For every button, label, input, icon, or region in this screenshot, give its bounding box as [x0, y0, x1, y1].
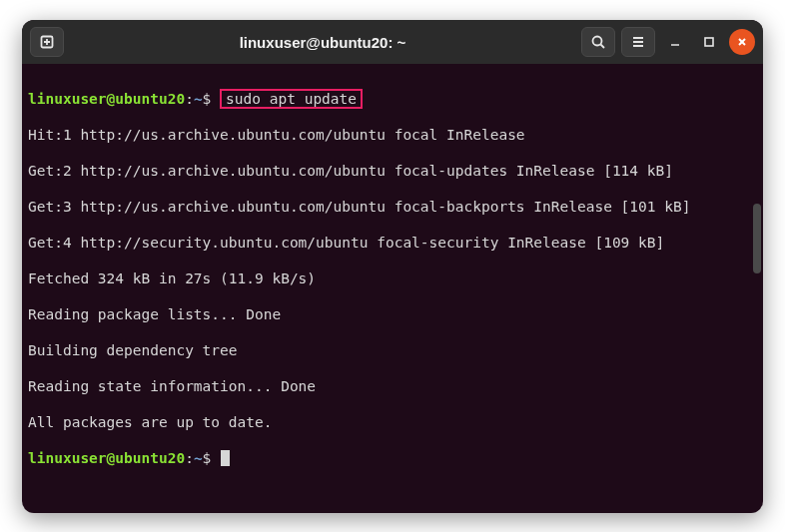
search-button[interactable]: [581, 27, 615, 57]
terminal-body[interactable]: linuxuser@ubuntu20:~$ sudo apt update Hi…: [22, 64, 763, 513]
scrollbar-track[interactable]: [753, 72, 761, 501]
new-tab-icon: [39, 34, 55, 50]
output-line: Get:4 http://security.ubuntu.com/ubuntu …: [28, 234, 757, 252]
hamburger-icon: [630, 34, 646, 50]
output-line: Get:2 http://us.archive.ubuntu.com/ubunt…: [28, 162, 757, 180]
minimize-icon: [668, 35, 682, 49]
prompt-user-host: linuxuser@ubuntu20: [28, 450, 185, 466]
prompt-path: ~: [194, 91, 203, 107]
output-line: Reading state information... Done: [28, 377, 757, 395]
scrollbar-thumb[interactable]: [753, 204, 761, 273]
menu-button[interactable]: [621, 27, 655, 57]
output-line: Get:3 http://us.archive.ubuntu.com/ubunt…: [28, 198, 757, 216]
output-line: Building dependency tree: [28, 341, 757, 359]
svg-line-4: [601, 45, 605, 49]
search-icon: [590, 34, 606, 50]
new-tab-button[interactable]: [30, 27, 64, 57]
close-icon: [736, 36, 748, 48]
window-title: linuxuser@ubuntu20: ~: [72, 34, 573, 51]
prompt-path: ~: [194, 450, 203, 466]
maximize-icon: [702, 35, 716, 49]
output-line: Fetched 324 kB in 27s (11.9 kB/s): [28, 269, 757, 287]
output-line: All packages are up to date.: [28, 413, 757, 431]
output-line: Hit:1 http://us.archive.ubuntu.com/ubunt…: [28, 126, 757, 144]
prompt-symbol: $: [203, 91, 212, 107]
svg-point-3: [593, 37, 602, 46]
terminal-window: linuxuser@ubuntu20: ~: [22, 20, 763, 513]
minimize-button[interactable]: [661, 28, 689, 56]
titlebar: linuxuser@ubuntu20: ~: [22, 20, 763, 64]
close-button[interactable]: [729, 29, 755, 55]
titlebar-right-group: [581, 27, 755, 57]
prompt-line-2: linuxuser@ubuntu20:~$: [28, 449, 757, 467]
prompt-symbol: $: [203, 450, 212, 466]
svg-rect-9: [705, 38, 713, 46]
prompt-line-1: linuxuser@ubuntu20:~$ sudo apt update: [28, 90, 757, 108]
output-line: Reading package lists... Done: [28, 305, 757, 323]
highlighted-command: sudo apt update: [220, 89, 363, 109]
maximize-button[interactable]: [695, 28, 723, 56]
cursor: [221, 450, 230, 466]
prompt-user-host: linuxuser@ubuntu20: [28, 91, 185, 107]
